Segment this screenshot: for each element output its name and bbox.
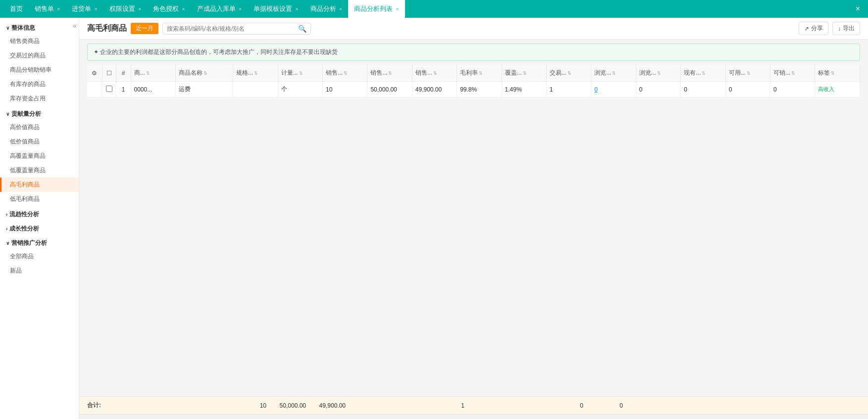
sort-icon-stock_avail[interactable]: ⇅ [747, 71, 751, 76]
col-header-sales_profit[interactable]: 销售...⇅ [412, 65, 457, 82]
col-header-spec[interactable]: 规格...⇅ [233, 65, 278, 82]
sidebar-item-低毛利商品[interactable]: 低毛利商品 [0, 192, 79, 206]
nav-tab-close-权限设置[interactable]: × [138, 6, 141, 12]
sidebar-item-低价值商品[interactable]: 低价值商品 [0, 135, 79, 149]
sidebar-collapse-button[interactable]: « [73, 22, 77, 30]
col-header-trade_cnt[interactable]: 交易...⇅ [547, 65, 591, 82]
nav-tab-进货单[interactable]: 进货单× [66, 0, 103, 18]
nav-tab-close-单据模板设置[interactable]: × [295, 6, 298, 12]
sort-icon-coverage[interactable]: ⇅ [523, 71, 527, 76]
info-banner: ✦ 企业的主要的利润都是这部分商品创造的，可考虑加大推广，同时关注库存是不要出现… [87, 44, 860, 61]
sidebar-group-title-流趋性分析[interactable]: ›流趋性分析 [0, 206, 79, 221]
cell-sales_amt: 50,000.00 [367, 82, 412, 97]
sidebar-item-低覆盖量商品[interactable]: 低覆盖量商品 [0, 163, 79, 178]
col-header-view2[interactable]: 浏览...⇅ [636, 65, 680, 82]
col-header-tag[interactable]: 标签⇅ [815, 65, 860, 82]
cell-settings[interactable] [87, 82, 102, 97]
col-header-unit[interactable]: 计量...⇅ [278, 65, 322, 82]
sort-icon-stock_cur[interactable]: ⇅ [702, 71, 706, 76]
sort-icon-sales_amt[interactable]: ⇅ [388, 71, 392, 76]
nav-tab-单据模板设置[interactable]: 单据模板设置× [248, 0, 304, 18]
col-header-settings[interactable]: ⚙ [87, 65, 102, 82]
nav-tab-close-角色授权[interactable]: × [182, 6, 185, 12]
nav-tab-权限设置[interactable]: 权限设置× [103, 0, 147, 18]
sidebar-group-贡献量分析: ∨贡献量分析高价值商品低价值商品高覆盖量商品低覆盖量商品高毛利商品低毛利商品 [0, 106, 79, 206]
cell-spec [233, 82, 278, 97]
sidebar-group-title-营销推广分析[interactable]: ∨营销推广分析 [0, 235, 79, 249]
col-header-coverage[interactable]: 覆盖...⇅ [502, 65, 546, 82]
sidebar-item-高覆盖量商品[interactable]: 高覆盖量商品 [0, 149, 79, 163]
nav-tab-close-商品分析列表[interactable]: × [396, 6, 399, 12]
export-label: 导出 [843, 24, 855, 33]
close-all-button[interactable]: × [852, 4, 864, 13]
col-header-sales_amt[interactable]: 销售...⇅ [367, 65, 412, 82]
col-header-view1[interactable]: 浏览...⇅ [591, 65, 636, 82]
cell-checkbox[interactable] [102, 82, 116, 97]
sort-icon-trade_cnt[interactable]: ⇅ [567, 71, 571, 76]
sidebar-item-高价值商品[interactable]: 高价值商品 [0, 120, 79, 135]
sidebar-group-label-营销推广分析: 营销推广分析 [11, 239, 47, 247]
search-icon[interactable]: 🔍 [298, 25, 306, 33]
nav-tab-商品分析[interactable]: 商品分析× [305, 0, 348, 18]
sidebar-item-新品[interactable]: 新品 [0, 264, 79, 278]
sidebar-item-全部商品[interactable]: 全部商品 [0, 249, 79, 264]
export-button[interactable]: ↓ 导出 [832, 22, 860, 35]
sort-icon-view2[interactable]: ⇅ [657, 71, 661, 76]
footer-stock-avail: 0 [586, 402, 626, 409]
sidebar-group-title-整体信息[interactable]: ∨整体信息 [0, 20, 79, 34]
sidebar-group-label-整体信息: 整体信息 [11, 24, 35, 32]
col-header-sales_qty[interactable]: 销售...⇅ [322, 65, 367, 82]
cell-stock_cur: 0 [681, 82, 725, 97]
sort-icon-sales_profit[interactable]: ⇅ [433, 71, 437, 76]
share-button[interactable]: ↗ 分享 [799, 22, 828, 35]
col-header-stock_sale[interactable]: 可销...⇅ [770, 65, 815, 82]
sidebar-group-label-流趋性分析: 流趋性分析 [9, 210, 39, 219]
nav-tab-商品分析列表[interactable]: 商品分析列表× [348, 0, 405, 18]
nav-tab-close-销售单[interactable]: × [57, 6, 60, 12]
nav-tab-首页[interactable]: 首页 [4, 0, 29, 18]
sidebar-item-交易过的商品[interactable]: 交易过的商品 [0, 48, 79, 63]
cell-view1: 0 [591, 82, 636, 97]
info-text: ✦ 企业的主要的利润都是这部分商品创造的，可考虑加大推广，同时关注库存是不要出现… [94, 48, 338, 56]
col-header-stock_cur[interactable]: 现有...⇅ [681, 65, 725, 82]
sort-icon-spec[interactable]: ⇅ [254, 71, 258, 76]
col-header-num[interactable]: # [116, 65, 131, 82]
col-header-gross_rate[interactable]: 毛利率⇅ [457, 65, 502, 82]
sidebar-item-高毛利商品[interactable]: 高毛利商品 [0, 178, 79, 192]
top-nav: 首页销售单×进货单×权限设置×角色授权×产成品入库单×单据模板设置×商品分析×商… [0, 0, 868, 18]
sort-icon-tag[interactable]: ⇅ [831, 71, 835, 76]
sort-icon-code[interactable]: ⇅ [146, 71, 150, 76]
nav-tab-close-进货单[interactable]: × [94, 6, 97, 12]
sidebar-group-title-贡献量分析[interactable]: ∨贡献量分析 [0, 106, 79, 120]
nav-tab-销售单[interactable]: 销售单× [29, 0, 66, 18]
nav-tab-角色授权[interactable]: 角色授权× [147, 0, 191, 18]
sidebar-item-商品分销助销率[interactable]: 商品分销助销率 [0, 63, 79, 77]
sort-icon-view1[interactable]: ⇅ [612, 71, 616, 76]
sidebar-item-有库存的商品[interactable]: 有库存的商品 [0, 77, 79, 92]
sort-icon-name[interactable]: ⇅ [204, 71, 207, 76]
col-header-checkbox[interactable]: ☐ [102, 65, 116, 82]
footer-sales-qty: 10 [230, 402, 269, 409]
col-header-name[interactable]: 商品名称⇅ [175, 65, 233, 82]
sort-icon-stock_sale[interactable]: ⇅ [791, 71, 795, 76]
col-header-stock_avail[interactable]: 可用...⇅ [725, 65, 770, 82]
sort-icon-sales_qty[interactable]: ⇅ [344, 71, 348, 76]
sidebar-group-成长性分析: ›成长性分析 [0, 221, 79, 235]
bottom-scrollbar[interactable] [79, 414, 868, 419]
search-input[interactable] [167, 25, 298, 32]
cell-view1-link[interactable]: 0 [594, 86, 598, 93]
col-header-code[interactable]: 商...⇅ [131, 65, 175, 82]
nav-tab-close-商品分析[interactable]: × [339, 6, 342, 12]
export-icon: ↓ [838, 25, 841, 32]
cell-stock_sale: 0 [770, 82, 815, 97]
sort-icon-unit[interactable]: ⇅ [299, 71, 303, 76]
nav-tab-close-产成品入库单[interactable]: × [239, 6, 242, 12]
filter-recent-month-button[interactable]: 近一月 [131, 23, 158, 34]
cell-coverage: 1.49% [502, 82, 546, 97]
sidebar-group-title-成长性分析[interactable]: ›成长性分析 [0, 221, 79, 235]
table-container[interactable]: ⚙☐#商...⇅商品名称⇅规格...⇅计量...⇅销售...⇅销售...⇅销售.… [87, 65, 860, 396]
nav-tab-产成品入库单[interactable]: 产成品入库单× [191, 0, 248, 18]
sidebar-item-销售类商品[interactable]: 销售类商品 [0, 34, 79, 48]
sort-icon-gross_rate[interactable]: ⇅ [479, 71, 483, 76]
sidebar-item-库存资金占用[interactable]: 库存资金占用 [0, 92, 79, 106]
